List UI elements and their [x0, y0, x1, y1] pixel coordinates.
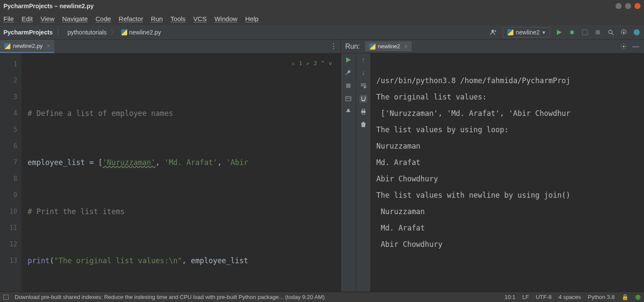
lock-icon[interactable]: 🔒 [622, 294, 628, 300]
menu-view[interactable]: View [41, 15, 54, 22]
soft-wrap-icon[interactable] [360, 82, 367, 90]
menu-file[interactable]: File [3, 15, 14, 22]
menu-window[interactable]: Window [214, 15, 237, 22]
run-config-selector[interactable]: newline2 ▾ [503, 27, 550, 37]
status-bar: Download pre-built shared indexes: Reduc… [0, 292, 644, 302]
breadcrumb-sep: 〉 [110, 27, 118, 37]
code-content[interactable]: ⚠1 ✔2 ^ v # Define a list of employee na… [22, 53, 341, 292]
chevron-down-icon: ▾ [542, 29, 545, 36]
close-run-tab-icon[interactable]: × [404, 44, 407, 50]
rerun-button[interactable] [344, 56, 352, 64]
editor-tab[interactable]: newline2.py × [0, 40, 54, 53]
checkmark-icon: ✔ [306, 55, 309, 72]
stop-button[interactable] [344, 82, 352, 90]
menu-code[interactable]: Code [95, 15, 111, 22]
menu-vcs[interactable]: VCS [194, 15, 207, 22]
chevron-down-icon[interactable]: v [329, 55, 332, 72]
run-pane: Run: newline2 × — ↑ [341, 40, 644, 292]
run-button[interactable] [555, 28, 563, 36]
stop-button[interactable] [594, 28, 602, 36]
run-tab[interactable]: newline2 × [365, 41, 412, 51]
gear-icon[interactable] [620, 43, 628, 50]
print-icon[interactable] [360, 108, 367, 115]
run-config-name: newline2 [516, 29, 540, 36]
scroll-to-end-icon[interactable] [360, 95, 367, 103]
menu-edit[interactable]: Edit [22, 15, 33, 22]
status-indicator-icon[interactable] [635, 295, 641, 300]
breadcrumb-file: newline2.py [129, 29, 161, 36]
breadcrumb-folder: pythontutorials [67, 29, 106, 36]
add-user-icon[interactable] [490, 28, 497, 36]
down-arrow-icon[interactable]: ↓ [360, 69, 367, 77]
svg-rect-3 [596, 30, 600, 34]
trash-icon[interactable] [360, 121, 367, 128]
svg-point-4 [609, 30, 612, 34]
close-button[interactable] [635, 3, 641, 9]
main-split: newline2.py × ⋮ 123 456 789 101112 13 ⚠1… [0, 40, 644, 292]
breadcrumb-sep: 〉 [56, 27, 64, 37]
window-title: PycharmProjects – newline2.py [3, 3, 94, 9]
ide-logo-icon[interactable] [633, 28, 641, 36]
inspection-widget[interactable]: ⚠1 ✔2 ^ v [292, 55, 332, 72]
svg-point-1 [570, 31, 574, 34]
python-file-icon [4, 43, 10, 49]
svg-rect-10 [346, 97, 351, 101]
warning-icon: ⚠ [292, 55, 295, 72]
chevron-up-icon[interactable]: ^ [322, 55, 325, 72]
run-left-toolbar [341, 53, 356, 292]
console-output[interactable]: /usr/bin/python3.8 /home/fahmida/Pycharm… [370, 53, 644, 292]
menu-navigate[interactable]: Navigate [62, 15, 88, 22]
nav-toolbar: PycharmProjects 〉 pythontutorials 〉 newl… [0, 25, 644, 40]
menu-help[interactable]: Help [245, 15, 259, 22]
search-icon[interactable] [607, 28, 615, 36]
svg-rect-12 [362, 109, 365, 111]
cursor-position[interactable]: 10:1 [504, 294, 515, 300]
gutter: 123 456 789 101112 13 [0, 53, 22, 292]
code-editor[interactable]: 123 456 789 101112 13 ⚠1 ✔2 ^ v # Define… [0, 53, 341, 292]
debug-button[interactable] [568, 28, 576, 36]
menu-tools[interactable]: Tools [171, 15, 186, 22]
pin-icon[interactable] [344, 108, 352, 115]
menu-bar: File Edit View Navigate Code Refactor Ru… [0, 12, 644, 25]
window-titlebar: PycharmProjects – newline2.py [0, 0, 644, 12]
editor-tab-row: newline2.py × ⋮ [0, 40, 341, 53]
window-controls [616, 3, 641, 9]
python-interpreter[interactable]: Python 3.8 [588, 294, 615, 300]
tool-window-icon[interactable] [3, 295, 9, 300]
close-tab-icon[interactable]: × [47, 43, 50, 49]
run-header: Run: newline2 × — [341, 40, 644, 53]
indent-settings[interactable]: 4 spaces [559, 294, 581, 300]
run-left-toolbar-2: ↑ ↓ [356, 53, 370, 292]
svg-point-7 [634, 29, 640, 35]
run-title: Run: [345, 43, 360, 50]
up-arrow-icon[interactable]: ↑ [360, 56, 367, 64]
tab-more-icon[interactable]: ⋮ [330, 42, 337, 50]
svg-point-8 [623, 46, 625, 47]
status-message[interactable]: Download pre-built shared indexes: Reduc… [15, 294, 325, 300]
coverage-button[interactable] [581, 28, 589, 36]
svg-point-5 [623, 31, 625, 33]
python-icon [507, 29, 513, 35]
line-ending[interactable]: LF [522, 294, 529, 300]
run-tab-label: newline2 [378, 43, 400, 50]
minimize-button[interactable] [616, 3, 622, 9]
editor-tab-label: newline2.py [13, 43, 43, 49]
minimize-panel-icon[interactable]: — [632, 43, 640, 50]
menu-run[interactable]: Run [151, 15, 163, 22]
breadcrumb-root: PycharmProjects [3, 29, 53, 36]
menu-refactor[interactable]: Refactor [119, 15, 143, 22]
python-file-icon [121, 29, 127, 35]
wrench-icon[interactable] [344, 69, 352, 77]
editor-pane: newline2.py × ⋮ 123 456 789 101112 13 ⚠1… [0, 40, 341, 292]
breadcrumb[interactable]: PycharmProjects 〉 pythontutorials 〉 newl… [3, 27, 161, 37]
svg-rect-2 [582, 30, 588, 35]
maximize-button[interactable] [625, 3, 631, 9]
file-encoding[interactable]: UTF-8 [536, 294, 552, 300]
restore-layout-icon[interactable] [344, 95, 352, 103]
gear-icon[interactable] [620, 28, 628, 36]
svg-rect-9 [346, 84, 350, 88]
python-icon [369, 44, 375, 50]
svg-point-0 [491, 30, 494, 32]
